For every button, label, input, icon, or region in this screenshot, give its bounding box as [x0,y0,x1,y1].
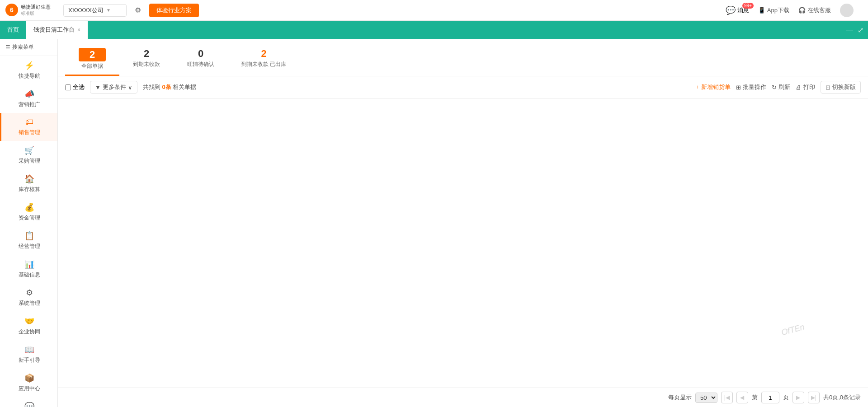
headset-icon: 🎧 [798,7,806,14]
search-menu-icon: ☰ [5,44,10,51]
more-filter-button[interactable]: ▼ 更多条件 ∨ [90,81,137,94]
tab-bar-actions: — ⤢ [846,26,868,34]
sidebar-item-purchase[interactable]: 🛒 采购管理 [0,141,57,169]
tab-bar: 首页 钱货日清工作台 × — ⤢ [0,21,868,39]
sales-icon: 🏷 [25,117,33,127]
switch-version-button[interactable]: ⊡ 切换新版 [821,81,861,94]
stats-tabs: 2 全部单据 2 到期未收款 0 旺辅待确认 2 到期未收款 已出库 [58,39,868,76]
sidebar-item-marketing[interactable]: 📣 营销推广 [0,84,57,113]
main-layout: ☰ 搜索菜单 ⚡ 快捷导航 📣 营销推广 🏷 销售管理 🛒 采购管理 🏠 库存核… [0,39,868,407]
message-button[interactable]: 💬 消息 99+ [726,5,749,15]
tab-qianhuoriqing[interactable]: 钱货日清工作台 × [26,21,88,39]
next-page-button[interactable]: ▶ [793,392,804,403]
add-sales-order-button[interactable]: + 新增销货单 [696,83,731,91]
content-area: 2 全部单据 2 到期未收款 0 旺辅待确认 2 到期未收款 已出库 全选 [58,39,868,407]
refresh-icon: ↻ [772,84,777,91]
stat-tab-wangpu[interactable]: 0 旺辅待确认 [174,44,228,76]
sidebar-item-sales[interactable]: 🏷 销售管理 [0,113,57,141]
gear-icon: ⚙ [135,6,141,14]
app-center-icon: 📦 [24,373,34,383]
system-icon: ⚙ [26,288,33,298]
sidebar-item-inventory[interactable]: 🏠 库存核算 [0,169,57,198]
message-icon: 💬 [726,5,736,15]
print-icon: 🖨 [796,84,802,91]
lightning-icon: ⚡ [24,61,34,70]
prev-page-button[interactable]: ◀ [736,392,748,403]
guide-icon: 📖 [24,345,34,355]
operations-icon: 📋 [24,231,34,241]
page-size-label: 每页显示 [668,393,692,402]
inventory-icon: 🏠 [24,174,34,184]
pagination: 每页显示 50 |◀ ◀ 第 页 ▶ ▶| 共0页,0条记录 [58,388,868,407]
sidebar-item-quick-nav[interactable]: ⚡ 快捷导航 [0,56,57,84]
sidebar-item-basic-info[interactable]: 📊 基础信息 [0,255,57,283]
page-suffix: 页 [783,393,789,402]
batch-operation-button[interactable]: ⊞ 批量操作 [736,83,766,91]
total-info: 共0页,0条记录 [823,393,861,402]
app-download-button[interactable]: 📱 App下载 [758,6,789,14]
switch-icon: ⊡ [826,84,830,91]
dropdown-icon: ∨ [128,84,132,91]
found-text: 共找到 0条 相关单据 [143,83,196,91]
message-badge: 99+ [742,3,754,9]
trial-button[interactable]: 体验行业方案 [149,4,199,17]
page-size-select[interactable]: 50 [695,393,717,403]
logo-area: 6 畅捷通好生意 标准版 [5,4,63,16]
tab-maximize-icon[interactable]: ⤢ [858,26,863,34]
tab-home[interactable]: 首页 [0,21,26,39]
sidebar-item-app-center[interactable]: 📦 应用中心 [0,369,57,397]
company-selector[interactable]: XXXXXX公司 ▼ [63,4,127,17]
logo-text: 畅捷通好生意 标准版 [21,4,51,16]
search-menu-button[interactable]: ☰ 搜索菜单 [0,39,57,56]
toolbar: 全选 ▼ 更多条件 ∨ 共找到 0条 相关单据 + 新增销货单 ⊞ 批量操作 ↻ [58,76,868,98]
last-page-button[interactable]: ▶| [808,392,820,403]
refresh-button[interactable]: ↻ 刷新 [772,83,790,91]
top-header: 6 畅捷通好生意 标准版 XXXXXX公司 ▼ ⚙ 体验行业方案 💬 消息 99… [0,0,868,21]
batch-icon: ⊞ [736,84,741,91]
sidebar: ☰ 搜索菜单 ⚡ 快捷导航 📣 营销推广 🏷 销售管理 🛒 采购管理 🏠 库存核… [0,39,58,407]
sidebar-item-weixin[interactable]: 💬 企业微信 [0,397,57,407]
print-button[interactable]: 🖨 打印 [796,83,815,91]
settings-button[interactable]: ⚙ [131,4,145,17]
sidebar-item-guide[interactable]: 📖 新手引导 [0,340,57,369]
sidebar-item-enterprise-collab[interactable]: 🤝 企业协同 [0,312,57,340]
table-area [58,98,868,388]
toolbar-right: + 新增销货单 ⊞ 批量操作 ↻ 刷新 🖨 打印 ⊡ 切换新版 [696,81,861,94]
sidebar-item-operations[interactable]: 📋 经营管理 [0,226,57,255]
first-page-button[interactable]: |◀ [721,392,733,403]
basic-info-icon: 📊 [24,259,34,269]
user-avatar[interactable] [840,4,854,17]
page-number-input[interactable] [761,392,779,403]
online-service-button[interactable]: 🎧 在线客服 [798,6,831,14]
weixin-icon: 💬 [24,402,34,407]
sidebar-item-finance[interactable]: 💰 资金管理 [0,198,57,226]
sidebar-item-system[interactable]: ⚙ 系统管理 [0,283,57,312]
chevron-down-icon: ▼ [106,8,111,13]
download-icon: 📱 [758,7,765,14]
finance-icon: 💰 [24,202,34,212]
header-right: 💬 消息 99+ 📱 App下载 🎧 在线客服 [726,4,863,17]
company-name: XXXXXX公司 [68,6,104,14]
stat-tab-all[interactable]: 2 全部单据 [65,44,119,76]
search-menu-label: 搜索菜单 [12,43,34,51]
page-prefix: 第 [752,393,758,402]
select-all-input[interactable] [65,84,71,90]
select-all-checkbox[interactable]: 全选 [65,83,85,91]
tab-close-icon[interactable]: × [77,27,80,33]
filter-icon: ▼ [95,84,101,91]
stat-tab-overdue-shipped[interactable]: 2 到期未收款 已出库 [228,44,300,76]
stat-tab-overdue[interactable]: 2 到期未收款 [119,44,174,76]
marketing-icon: 📣 [24,89,34,99]
purchase-icon: 🛒 [24,145,34,155]
collab-icon: 🤝 [24,316,34,326]
tab-minimize-icon[interactable]: — [846,26,853,34]
logo-icon: 6 [5,4,18,16]
